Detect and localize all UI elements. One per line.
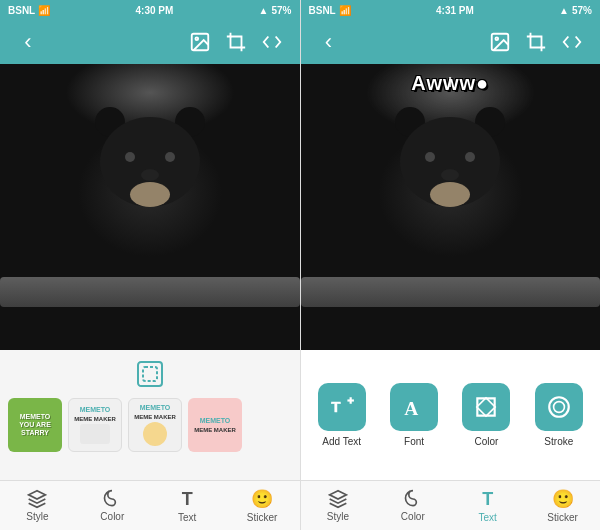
image-icon-left[interactable] xyxy=(182,24,218,60)
image-area-left xyxy=(0,64,300,350)
color-icon-left xyxy=(102,489,122,509)
add-text-label: Add Text xyxy=(322,436,361,447)
status-bar-left: BSNL 📶 4:30 PM ▲ 57% xyxy=(0,0,300,20)
text-icon-right: T xyxy=(482,489,493,510)
top-toolbar-right: ‹ xyxy=(301,20,601,64)
sticker-row: MEMETOYOU ARESTARRY MEMETO MEME MAKER ME… xyxy=(0,394,300,480)
color-label: Color xyxy=(474,436,498,447)
add-text-tool[interactable]: T Add Text xyxy=(309,383,375,447)
sticker-doge xyxy=(80,424,110,444)
status-bar-right: BSNL 📶 4:31 PM ▲ 57% xyxy=(301,0,601,20)
bottom-nav-right: Style Color T Text 🙂 Sticker xyxy=(301,480,601,530)
style-label-left: Style xyxy=(26,511,48,522)
carrier-left: BSNL xyxy=(8,5,35,16)
svg-text:T: T xyxy=(331,398,341,415)
color-icon-right xyxy=(403,489,423,509)
share-icon-right[interactable] xyxy=(554,24,590,60)
style-icon-right xyxy=(328,489,348,509)
svg-point-1 xyxy=(195,37,198,40)
status-right: ▲ 57% xyxy=(259,5,292,16)
bear-chest-patch-left xyxy=(130,182,170,207)
nav-text-right[interactable]: T Text xyxy=(450,489,525,523)
svg-point-5 xyxy=(495,37,498,40)
style-label-right: Style xyxy=(327,511,349,522)
font-label: Font xyxy=(404,436,424,447)
bear-eye-left xyxy=(125,152,135,162)
stroke-label: Stroke xyxy=(544,436,573,447)
nav-style-left[interactable]: Style xyxy=(0,489,75,522)
sticker-icon-right: 🙂 xyxy=(552,488,574,510)
top-toolbar-left: ‹ xyxy=(0,20,300,64)
font-icon-box: A xyxy=(390,383,438,431)
image-icon-right[interactable] xyxy=(482,24,518,60)
style-icon-left xyxy=(27,489,47,509)
bear-nose-right xyxy=(441,169,459,181)
add-text-icon-box: T xyxy=(318,383,366,431)
crop-icon-left[interactable] xyxy=(218,24,254,60)
svg-text:A: A xyxy=(404,398,418,419)
sticker-item-2[interactable]: MEMETO MEME MAKER xyxy=(128,398,182,452)
crop-icon-right[interactable] xyxy=(518,24,554,60)
image-area-right: Awww● xyxy=(301,64,601,350)
text-icon-left: T xyxy=(182,489,193,510)
nav-sticker-left[interactable]: 🙂 Sticker xyxy=(225,488,300,523)
nav-sticker-right[interactable]: 🙂 Sticker xyxy=(525,488,600,523)
sticker-item-3[interactable]: MEMETO MEME MAKER xyxy=(188,398,242,452)
bear-head-right xyxy=(400,117,500,207)
time-left: 4:30 PM xyxy=(136,5,174,16)
signal-icon: ▲ xyxy=(259,5,269,16)
sticker-sub-3: MEME MAKER xyxy=(194,427,236,433)
status-right-right: ▲ 57% xyxy=(559,5,592,16)
bear-eye-right-r xyxy=(465,152,475,162)
sticker-emoji-2 xyxy=(143,422,167,446)
bear-image-right: Awww● xyxy=(301,64,601,350)
text-label-right: Text xyxy=(479,512,497,523)
share-icon-left[interactable] xyxy=(254,24,290,60)
log-bar-right xyxy=(301,277,601,307)
color-tool[interactable]: Color xyxy=(453,383,519,447)
bear-head-left xyxy=(100,117,200,207)
stroke-icon-box xyxy=(535,383,583,431)
sticker-sub-1: MEME MAKER xyxy=(74,416,116,422)
battery-right: 57% xyxy=(572,5,592,16)
text-cursor xyxy=(449,77,451,87)
sticker-label-3: MEMETO xyxy=(200,417,231,425)
stroke-tool[interactable]: Stroke xyxy=(526,383,592,447)
svg-point-11 xyxy=(553,402,564,413)
battery-left: 57% xyxy=(271,5,291,16)
nav-style-right[interactable]: Style xyxy=(301,489,376,522)
sticker-item-0[interactable]: MEMETOYOU ARESTARRY xyxy=(8,398,62,452)
signal-icon-right: ▲ xyxy=(559,5,569,16)
bear-nose-left xyxy=(141,169,159,181)
bear-image-left xyxy=(0,64,300,350)
meme-text-overlay[interactable]: Awww● xyxy=(411,72,489,95)
sticker-sub-2: MEME MAKER xyxy=(134,414,176,420)
sticker-label-left: Sticker xyxy=(247,512,278,523)
bear-eye-left-r xyxy=(425,152,435,162)
bear-face-left xyxy=(90,107,210,237)
sticker-label-0: MEMETOYOU ARESTARRY xyxy=(19,413,51,436)
sticker-label-1: MEMETO xyxy=(80,406,111,414)
back-button-left[interactable]: ‹ xyxy=(10,24,46,60)
bottom-nav-left: Style Color T Text 🙂 Sticker xyxy=(0,480,300,530)
right-panel: BSNL 📶 4:31 PM ▲ 57% ‹ xyxy=(301,0,601,530)
color-icon-box xyxy=(462,383,510,431)
sticker-frame-icon[interactable] xyxy=(0,350,300,394)
tools-grid: T Add Text A Font xyxy=(301,373,601,457)
left-panel: BSNL 📶 4:30 PM ▲ 57% ‹ xyxy=(0,0,300,530)
font-tool[interactable]: A Font xyxy=(381,383,447,447)
color-label-left: Color xyxy=(100,511,124,522)
back-button-right[interactable]: ‹ xyxy=(311,24,347,60)
tools-panel-right: T Add Text A Font xyxy=(301,350,601,480)
bear-face-right xyxy=(390,107,510,237)
sticker-item-1[interactable]: MEMETO MEME MAKER xyxy=(68,398,122,452)
nav-color-left[interactable]: Color xyxy=(75,489,150,522)
log-bar-left xyxy=(0,277,300,307)
carrier-right: BSNL xyxy=(309,5,336,16)
sticker-label-2: MEMETO xyxy=(140,404,171,412)
nav-text-left[interactable]: T Text xyxy=(150,489,225,523)
nav-color-right[interactable]: Color xyxy=(375,489,450,522)
bear-chest-patch-right xyxy=(430,182,470,207)
svg-point-10 xyxy=(549,397,569,417)
text-label-left: Text xyxy=(178,512,196,523)
